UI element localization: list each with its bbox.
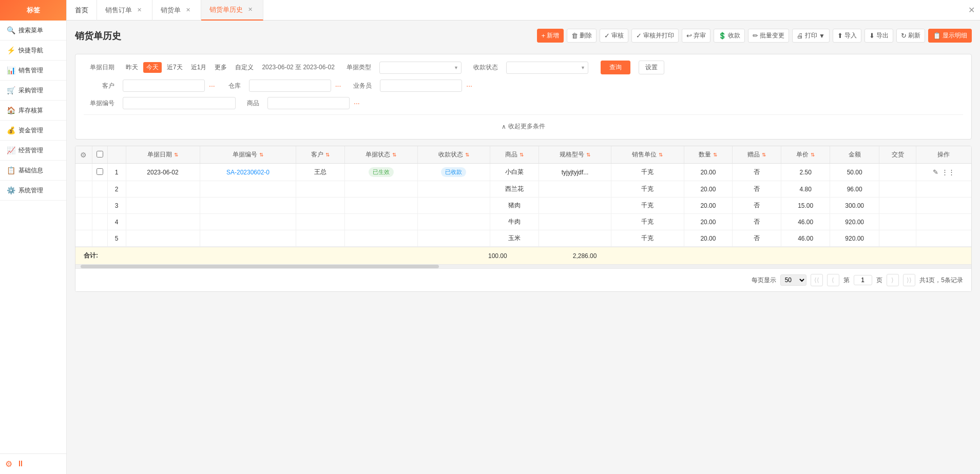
print-button[interactable]: 🖨 打印 ▼: [792, 29, 830, 43]
page-prev-button[interactable]: ⟨: [827, 274, 839, 286]
abandon-button[interactable]: ↩ 弃审: [682, 29, 710, 43]
sort-gift-icon[interactable]: ⇅: [762, 152, 766, 157]
row1-select-checkbox[interactable]: [97, 168, 103, 175]
sidebar-item-purchase-mgmt[interactable]: 🛒 采购管理: [0, 81, 66, 101]
row1-edit-icon[interactable]: ✎: [933, 168, 938, 176]
sort-spec-type[interactable]: 规格型号 ⇅: [560, 150, 590, 159]
payment-status-select[interactable]: [506, 62, 588, 74]
sort-customer[interactable]: 客户 ⇅: [311, 150, 330, 159]
tab-sales-history[interactable]: 销货单历史 ✕: [201, 0, 263, 21]
tab-close-sales-order[interactable]: ✕: [135, 6, 144, 14]
sidebar-item-operations-mgmt[interactable]: 📈 经营管理: [0, 141, 66, 161]
row5-doc-date: [126, 230, 200, 247]
sidebar-item-sales-mgmt[interactable]: 📊 销售管理: [0, 61, 66, 81]
sort-doc-date[interactable]: 单据日期 ⇅: [147, 150, 178, 159]
sort-goods-icon[interactable]: ⇅: [520, 152, 524, 157]
sidebar-settings-icon[interactable]: ⚙: [5, 459, 12, 469]
col-settings[interactable]: ⚙: [75, 146, 92, 164]
scrollbar-thumb[interactable]: [81, 265, 439, 268]
settings-filter-button[interactable]: 设置: [639, 61, 664, 74]
collapse-button[interactable]: ∧ 收起更多条件: [84, 120, 963, 133]
date-btn-yesterday[interactable]: 昨天: [123, 62, 141, 73]
date-btn-7days[interactable]: 近7天: [164, 62, 186, 73]
horizontal-scrollbar[interactable]: [75, 264, 971, 268]
page-last-button[interactable]: ⟩⟩: [903, 274, 915, 286]
delete-button[interactable]: 🗑 删除: [567, 29, 597, 43]
tab-sales-order[interactable]: 销售订单 ✕: [97, 0, 152, 21]
date-btn-more[interactable]: 更多: [212, 62, 230, 73]
sidebar-item-search-menu[interactable]: 🔍 搜索菜单: [0, 21, 66, 41]
batch-change-button[interactable]: ✏ 批量变更: [748, 29, 789, 43]
review-print-button[interactable]: ✓ 审核并打印: [631, 29, 679, 43]
per-page-label: 每页显示: [752, 276, 776, 285]
tab-close-sales-delivery[interactable]: ✕: [184, 6, 193, 14]
tab-close-sales-history[interactable]: ✕: [246, 5, 255, 14]
doc-no-input[interactable]: [123, 97, 236, 109]
page-number-input[interactable]: [854, 275, 872, 285]
customer-ellipsis[interactable]: ···: [207, 81, 217, 91]
search-icon: 🔍: [6, 26, 15, 35]
tab-close-all[interactable]: ✕: [968, 5, 980, 15]
sidebar-item-system-mgmt[interactable]: ⚙️ 系统管理: [0, 181, 66, 201]
sort-quantity[interactable]: 数量 ⇅: [699, 150, 717, 159]
sort-spec-type-icon[interactable]: ⇅: [586, 152, 590, 157]
tab-home[interactable]: 首页: [67, 0, 97, 21]
sidebar-item-finance-mgmt[interactable]: 💰 资金管理: [0, 121, 66, 141]
date-btn-today[interactable]: 今天: [143, 62, 162, 73]
import-button[interactable]: ⬆ 导入: [833, 29, 861, 43]
sort-sales-unit-icon[interactable]: ⇅: [659, 152, 663, 157]
sort-doc-date-icon[interactable]: ⇅: [174, 152, 178, 157]
sort-goods[interactable]: 商品 ⇅: [505, 150, 524, 159]
sidebar-item-quick-nav[interactable]: ⚡ 快捷导航: [0, 41, 66, 61]
per-page-select[interactable]: 50 100 200: [780, 274, 806, 286]
goods-ellipsis[interactable]: ···: [352, 98, 362, 108]
col-gift: 赠品 ⇅: [733, 146, 781, 164]
page-label: 第: [843, 276, 850, 285]
tab-sales-delivery[interactable]: 销货单 ✕: [152, 0, 201, 21]
sort-gift[interactable]: 赠品 ⇅: [747, 150, 766, 159]
sort-doc-no[interactable]: 单据编号 ⇅: [233, 150, 263, 159]
sort-unit-price-icon[interactable]: ⇅: [811, 152, 815, 157]
doc-type-select[interactable]: [379, 62, 462, 74]
sort-doc-status[interactable]: 单据状态 ⇅: [366, 150, 396, 159]
agent-input[interactable]: [380, 80, 462, 92]
warehouse-ellipsis[interactable]: ···: [333, 81, 343, 91]
refresh-button[interactable]: ↻ 刷新: [896, 29, 925, 43]
page-next-button[interactable]: ⟩: [887, 274, 899, 286]
row2-actions: [916, 181, 971, 198]
col-config-icon[interactable]: ⚙: [80, 151, 87, 159]
new-button[interactable]: + 新增: [537, 29, 564, 43]
sort-customer-icon[interactable]: ⇅: [325, 152, 330, 157]
sort-payment-status-icon[interactable]: ⇅: [465, 152, 469, 157]
query-button[interactable]: 查询: [601, 61, 630, 74]
date-btn-custom[interactable]: 自定义: [232, 62, 257, 73]
date-btn-1month[interactable]: 近1月: [188, 62, 210, 73]
row5-doc-status: [345, 230, 417, 247]
col-actions: 操作: [916, 146, 971, 164]
sort-quantity-icon[interactable]: ⇅: [713, 152, 717, 157]
sidebar-item-basic-info[interactable]: 📋 基础信息: [0, 161, 66, 181]
show-details-button[interactable]: 📋 显示明细: [928, 29, 972, 43]
row1-doc-no-link[interactable]: SA-20230602-0: [226, 169, 270, 176]
customer-input[interactable]: [123, 80, 205, 92]
page-first-button[interactable]: ⟨⟨: [811, 274, 823, 286]
footer-label: 合计:: [84, 251, 98, 260]
sort-doc-no-icon[interactable]: ⇅: [259, 152, 263, 157]
payment-status-label: 收款状态: [470, 63, 498, 72]
sort-unit-price[interactable]: 单价 ⇅: [796, 150, 815, 159]
collect-button[interactable]: 💲 收款: [714, 29, 745, 43]
sort-payment-status[interactable]: 收款状态 ⇅: [438, 150, 469, 159]
warehouse-input[interactable]: [249, 80, 331, 92]
agent-ellipsis[interactable]: ···: [464, 81, 474, 91]
sort-sales-unit[interactable]: 销售单位 ⇅: [632, 150, 663, 159]
export-button[interactable]: ⬇ 导出: [864, 29, 893, 43]
sort-doc-status-icon[interactable]: ⇅: [392, 152, 396, 157]
sidebar-item-inventory[interactable]: 🏠 库存核算: [0, 101, 66, 121]
col-checkbox: [92, 146, 107, 164]
row1-more-icon[interactable]: ⋮⋮: [941, 168, 955, 176]
goods-input[interactable]: [267, 97, 350, 109]
sidebar-collapse-icon[interactable]: ⏸: [16, 459, 25, 469]
basic-info-icon: 📋: [6, 166, 15, 175]
select-all-checkbox[interactable]: [97, 151, 103, 157]
review-button[interactable]: ✓ 审核: [600, 29, 628, 43]
